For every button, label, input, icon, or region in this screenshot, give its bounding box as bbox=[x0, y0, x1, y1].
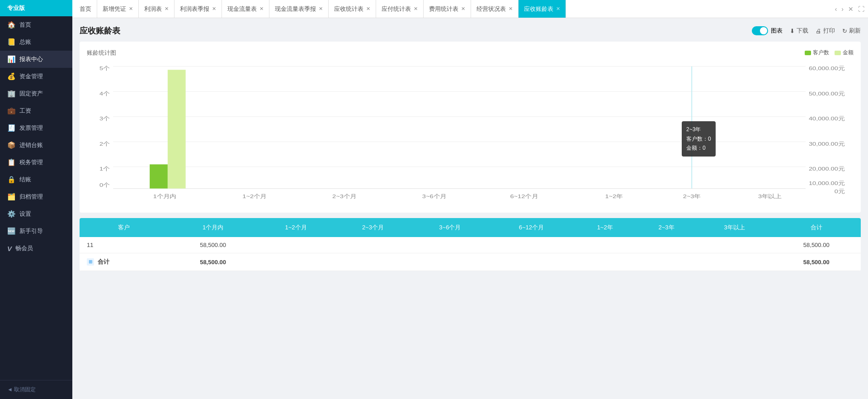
tab-close-icon[interactable]: ✕ bbox=[165, 6, 169, 12]
tab-profit-q[interactable]: 利润表季报 ✕ bbox=[175, 0, 222, 18]
sidebar-item-archive[interactable]: 🗂️ 归档管理 bbox=[0, 188, 72, 205]
tab-close-icon[interactable]: ✕ bbox=[556, 6, 560, 12]
legend-amount-color bbox=[835, 51, 841, 55]
chart-toggle[interactable] bbox=[752, 26, 768, 35]
salary-icon: 💼 bbox=[7, 107, 16, 115]
sidebar-item-label: 资金管理 bbox=[19, 72, 43, 81]
refresh-label: 刷新 bbox=[849, 27, 861, 35]
tab-voucher[interactable]: 新增凭证 ✕ bbox=[97, 0, 139, 18]
tab-label: 费用统计表 bbox=[429, 5, 458, 13]
svg-text:10,000.00元: 10,000.00元 bbox=[809, 180, 844, 186]
tab-close-icon[interactable]: ✕ bbox=[414, 6, 418, 12]
sidebar-item-label: 首页 bbox=[19, 21, 31, 29]
svg-text:30,000.00元: 30,000.00元 bbox=[809, 141, 844, 147]
tab-expense[interactable]: 费用统计表 ✕ bbox=[424, 0, 471, 18]
svg-text:3~6个月: 3~6个月 bbox=[422, 193, 446, 199]
chart-svg: 5个 4个 3个 2个 1个 0个 60,000.00元 50,000.00元 … bbox=[87, 61, 854, 205]
tab-operations[interactable]: 经营状况表 ✕ bbox=[471, 0, 519, 18]
svg-text:3年以上: 3年以上 bbox=[758, 193, 781, 199]
sidebar-item-guide[interactable]: 🆕 新手引导 bbox=[0, 223, 72, 240]
refresh-button[interactable]: ↻ 刷新 bbox=[842, 27, 861, 35]
print-button[interactable]: 🖨 打印 bbox=[816, 27, 835, 35]
tab-ar-aging[interactable]: 应收账龄表 ✕ bbox=[519, 0, 566, 18]
sidebar-item-home[interactable]: 🏠 首页 bbox=[0, 16, 72, 33]
close-account-icon: 🔒 bbox=[7, 176, 16, 184]
col-header-y3p: 3年以上 bbox=[697, 218, 772, 237]
home-icon: 🏠 bbox=[7, 21, 16, 29]
tab-close-all-button[interactable]: ✕ bbox=[846, 5, 855, 13]
tab-prev-button[interactable]: ‹ bbox=[833, 5, 839, 13]
archive-icon: 🗂️ bbox=[7, 193, 16, 201]
tab-expand-button[interactable]: ⛶ bbox=[856, 5, 866, 13]
sidebar-item-salary[interactable]: 💼 工资 bbox=[0, 102, 72, 119]
svg-text:1~2个月: 1~2个月 bbox=[242, 193, 266, 199]
header-actions: 图表 ⬇ 下载 🖨 打印 ↻ 刷新 bbox=[752, 26, 861, 35]
sum-y3p bbox=[697, 253, 772, 271]
report-icon: 📊 bbox=[7, 55, 16, 63]
tab-close-icon[interactable]: ✕ bbox=[212, 6, 216, 12]
tab-label: 首页 bbox=[80, 5, 91, 13]
sidebar-item-asset[interactable]: 🏢 固定资产 bbox=[0, 85, 72, 102]
tab-label: 新增凭证 bbox=[103, 5, 126, 13]
settings-icon: ⚙️ bbox=[7, 210, 16, 218]
table-header-row: 客户 1个月内 1~2个月 2~3个月 3~6个月 6~12个月 1~2年 2~… bbox=[80, 218, 861, 237]
table-row: 11 58,500.00 58,500.00 bbox=[80, 237, 861, 253]
sidebar-item-invoice[interactable]: 🧾 发票管理 bbox=[0, 119, 72, 137]
sidebar-collapse-btn[interactable]: ◄ 取消固定 bbox=[0, 380, 72, 399]
sidebar-item-label: 畅会员 bbox=[15, 244, 33, 252]
tab-ar-stat[interactable]: 应收统计表 ✕ bbox=[329, 0, 376, 18]
sidebar-item-label: 结账 bbox=[19, 176, 31, 184]
svg-text:20,000.00元: 20,000.00元 bbox=[809, 166, 844, 172]
tab-close-icon[interactable]: ✕ bbox=[129, 6, 133, 12]
chart-container: 账龄统计图 客户数 金额 5个 4个 3个 2个 1个 bbox=[80, 42, 861, 213]
data-table: 客户 1个月内 1~2个月 2~3个月 3~6个月 6~12个月 1~2年 2~… bbox=[80, 218, 861, 271]
tab-profit[interactable]: 利润表 ✕ bbox=[139, 0, 175, 18]
cell-m36 bbox=[411, 237, 488, 253]
download-button[interactable]: ⬇ 下载 bbox=[790, 27, 808, 35]
sidebar-item-fund[interactable]: 💰 资金管理 bbox=[0, 68, 72, 85]
tab-label: 应付统计表 bbox=[382, 5, 411, 13]
sidebar-item-ledger[interactable]: 📒 总账 bbox=[0, 33, 72, 51]
sum-y12 bbox=[574, 253, 636, 271]
cell-y23 bbox=[636, 237, 697, 253]
cell-m12 bbox=[257, 237, 334, 253]
tab-home[interactable]: 首页 bbox=[74, 0, 97, 18]
tab-next-button[interactable]: › bbox=[840, 5, 845, 13]
tab-close-icon[interactable]: ✕ bbox=[509, 6, 513, 12]
tab-cashflow-q[interactable]: 现金流量表季报 ✕ bbox=[269, 0, 329, 18]
col-header-m12: 1~2个月 bbox=[257, 218, 334, 237]
svg-text:5个: 5个 bbox=[99, 66, 109, 71]
sum-total: 58,500.00 bbox=[772, 253, 861, 271]
tab-label: 现金流量表季报 bbox=[275, 5, 316, 13]
sidebar-item-stock[interactable]: 📦 进销台账 bbox=[0, 137, 72, 154]
col-header-m612: 6~12个月 bbox=[489, 218, 575, 237]
sidebar-item-close[interactable]: 🔒 结账 bbox=[0, 171, 72, 188]
sidebar-item-report[interactable]: 📊 报表中心 bbox=[0, 51, 72, 68]
tab-nav-controls: ‹ › ✕ ⛶ bbox=[833, 5, 866, 13]
download-icon: ⬇ bbox=[790, 28, 795, 34]
tab-close-icon[interactable]: ✕ bbox=[319, 6, 323, 12]
tab-label: 利润表季报 bbox=[180, 5, 209, 13]
vip-icon: V bbox=[7, 245, 12, 252]
sidebar-item-tax[interactable]: 📋 税务管理 bbox=[0, 154, 72, 171]
asset-icon: 🏢 bbox=[7, 90, 16, 98]
tab-close-icon[interactable]: ✕ bbox=[366, 6, 370, 12]
tab-label: 现金流量表 bbox=[227, 5, 257, 13]
refresh-icon: ↻ bbox=[842, 28, 847, 34]
cell-m612 bbox=[489, 237, 575, 253]
tab-ap-stat[interactable]: 应付统计表 ✕ bbox=[376, 0, 424, 18]
cell-y12 bbox=[574, 237, 636, 253]
sidebar-item-label: 新手引导 bbox=[19, 227, 43, 235]
sidebar-item-settings[interactable]: ⚙️ 设置 bbox=[0, 205, 72, 223]
cell-total: 58,500.00 bbox=[772, 237, 861, 253]
col-header-m23: 2~3个月 bbox=[335, 218, 411, 237]
sidebar-item-vip[interactable]: V 畅会员 bbox=[0, 240, 72, 257]
tab-close-icon[interactable]: ✕ bbox=[259, 6, 264, 12]
svg-text:4个: 4个 bbox=[99, 90, 109, 96]
svg-text:1个: 1个 bbox=[99, 166, 109, 172]
sidebar-item-label: 进销台账 bbox=[19, 141, 43, 149]
tab-cashflow[interactable]: 现金流量表 ✕ bbox=[222, 0, 269, 18]
tab-bar: 首页 新增凭证 ✕ 利润表 ✕ 利润表季报 ✕ 现金流量表 ✕ 现金流量表季报 … bbox=[72, 0, 868, 18]
cell-y3p bbox=[697, 237, 772, 253]
tab-close-icon[interactable]: ✕ bbox=[461, 6, 465, 12]
